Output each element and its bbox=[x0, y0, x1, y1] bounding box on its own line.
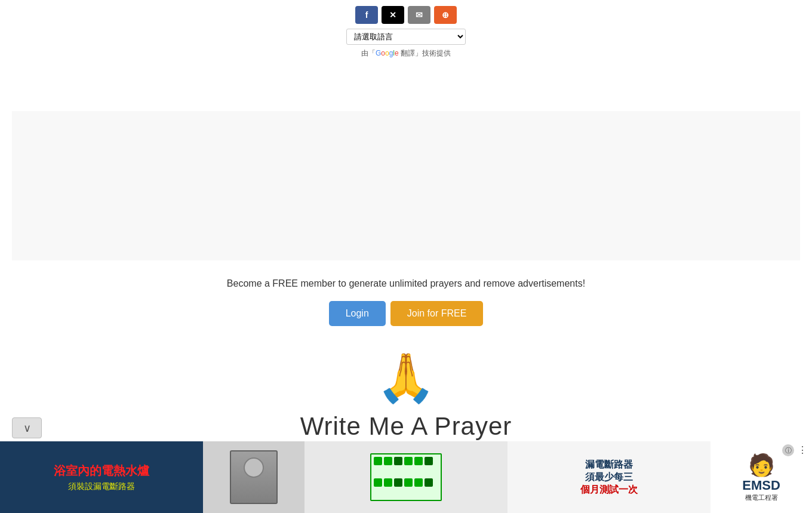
general-share-button[interactable]: ⊕ bbox=[434, 6, 457, 24]
circuit-breaker-graphic bbox=[370, 453, 442, 501]
circuit-dot bbox=[414, 478, 423, 487]
ad-instructions-line3: 個月測試一次 bbox=[580, 484, 638, 494]
circuit-dot bbox=[425, 457, 433, 465]
google-translate-text: 由「Google 翻譯」技術提供 bbox=[361, 49, 451, 57]
site-title: Write Me A Prayer bbox=[300, 412, 512, 441]
ad-segment-2 bbox=[203, 441, 304, 513]
google-translate-credit: 由「Google 翻譯」技術提供 bbox=[361, 48, 451, 59]
ad-instructions-line2: 須最少每三 bbox=[585, 472, 633, 482]
join-button[interactable]: Join for FREE bbox=[390, 301, 484, 326]
top-bar: f ✕ ✉ ⊕ 請選取語言 English 繁體中文 简体中文 日本語 한국어 … bbox=[0, 0, 812, 63]
ad-instructions-line1: 漏電斷路器 bbox=[585, 459, 633, 469]
social-icons: f ✕ ✉ ⊕ bbox=[355, 6, 457, 24]
water-heater-graphic bbox=[230, 450, 278, 504]
email-share-button[interactable]: ✉ bbox=[408, 6, 430, 24]
circuit-dot bbox=[384, 478, 392, 487]
ad-segment-5: 🧑 EMSD 機電工程署 bbox=[710, 441, 812, 513]
facebook-share-button[interactable]: f bbox=[355, 6, 378, 24]
circuit-dot bbox=[404, 457, 413, 465]
language-select[interactable]: 請選取語言 English 繁體中文 简体中文 日本語 한국어 Español … bbox=[346, 29, 466, 45]
info-icon: ⓘ bbox=[785, 446, 792, 455]
menu-dots-icon: ⋮ bbox=[798, 445, 807, 455]
emsd-full-name: 機電工程署 bbox=[745, 493, 778, 502]
promo-message: Become a FREE member to generate unlimit… bbox=[227, 278, 585, 289]
circuit-dot bbox=[384, 457, 392, 465]
twitter-icon: ✕ bbox=[389, 10, 396, 20]
main-content: Become a FREE member to generate unlimit… bbox=[0, 63, 812, 488]
emsd-abbr: EMSD bbox=[742, 478, 780, 493]
prayer-emoji: 🙏 bbox=[376, 350, 436, 406]
circuit-dot bbox=[414, 457, 423, 465]
ad-subtitle-text: 須裝設漏電斷路器 bbox=[68, 481, 135, 492]
ad-segment-3 bbox=[304, 441, 508, 513]
circuit-dot bbox=[374, 478, 382, 487]
top-ad-placeholder bbox=[12, 111, 800, 260]
ad-visual-container: 浴室內的電熱水爐 須裝設漏電斷路器 bbox=[0, 441, 812, 513]
chevron-down-icon: ∨ bbox=[23, 422, 31, 435]
bottom-ad-banner: 浴室內的電熱水爐 須裝設漏電斷路器 bbox=[0, 441, 812, 513]
ad-segment-4: 漏電斷路器 須最少每三 個月測試一次 bbox=[508, 441, 710, 513]
facebook-icon: f bbox=[365, 10, 368, 20]
ad-info-icon[interactable]: ⓘ bbox=[782, 444, 794, 456]
circuit-dot bbox=[425, 478, 433, 487]
share-icon: ⊕ bbox=[442, 10, 449, 20]
language-select-wrapper: 請選取語言 English 繁體中文 简体中文 日本語 한국어 Español … bbox=[346, 29, 466, 45]
circuit-dot bbox=[394, 457, 402, 465]
ad-instructions: 漏電斷路器 須最少每三 個月測試一次 bbox=[580, 459, 638, 496]
ad-menu-icon[interactable]: ⋮ bbox=[798, 444, 807, 456]
ad-title-text: 浴室內的電熱水爐 bbox=[54, 463, 149, 479]
circuit-dot bbox=[404, 478, 413, 487]
action-buttons: Login Join for FREE bbox=[329, 301, 484, 326]
circuit-dot bbox=[394, 478, 402, 487]
chevron-down-button[interactable]: ∨ bbox=[12, 417, 42, 438]
circuit-dot bbox=[374, 457, 382, 465]
emsd-person-icon: 🧑 bbox=[748, 453, 775, 478]
ad-segment-1: 浴室內的電熱水爐 須裝設漏電斷路器 bbox=[0, 441, 203, 513]
twitter-share-button[interactable]: ✕ bbox=[382, 6, 404, 24]
email-icon: ✉ bbox=[416, 10, 423, 20]
login-button[interactable]: Login bbox=[329, 301, 386, 326]
